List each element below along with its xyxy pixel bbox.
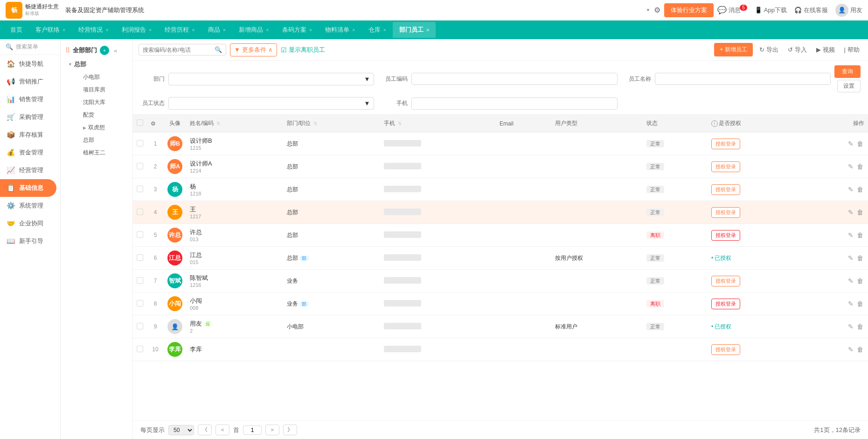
delete-btn[interactable]: 🗑 [857,140,863,147]
sidebar-item-finance[interactable]: 💰 资金管理 [0,144,60,161]
tab-history[interactable]: 经营历程× [158,22,201,38]
delete-btn[interactable]: 🗑 [857,163,863,170]
tab-warehouse[interactable]: 仓库× [362,22,393,38]
tab-new-goods[interactable]: 新增商品× [232,22,275,38]
more-filters-btn[interactable]: ▼ 更多条件 ∧ [230,43,277,56]
row-checkbox[interactable] [137,346,143,352]
sidebar-item-sales[interactable]: 📊 销售管理 [0,91,60,108]
emp-code-input[interactable] [411,73,617,85]
tab-bom[interactable]: 物料清单× [319,22,361,38]
set-button[interactable]: 设置 [837,80,861,92]
row-checkbox[interactable] [137,323,143,329]
tab-close-new-goods[interactable]: × [266,27,269,33]
phone-input[interactable] [411,98,617,110]
tab-close-profit[interactable]: × [149,27,152,33]
sys-title-dropdown[interactable]: ▼ [646,7,650,13]
sidebar-item-business[interactable]: 📈 经营管理 [0,161,60,179]
employee-name[interactable]: 设计师B [190,137,279,145]
row-checkbox[interactable] [137,277,143,284]
th-dept-position[interactable]: 部门/职位 ⇅ [283,115,380,132]
auth-login-btn[interactable]: 授权登录 [711,230,740,241]
dept-item-zhishu[interactable]: 植树王二 [74,146,132,159]
select-all-checkbox[interactable] [137,119,143,126]
auth-login-btn[interactable]: 授权登录 [711,299,740,309]
auth-login-btn[interactable]: 授权登录 [711,184,740,195]
emp-name-input[interactable] [655,73,831,85]
edit-btn[interactable]: ✎ [848,186,854,193]
page-number-input[interactable] [243,425,262,435]
first-page-btn[interactable]: 《 [198,425,212,435]
dept-collapse-btn[interactable]: « [114,47,117,54]
employee-name[interactable]: 王 [190,205,279,214]
auth-login-btn[interactable]: 授权登录 [711,139,740,149]
online-service-btn[interactable]: 🎧 在线客服 [794,6,828,14]
auth-login-btn[interactable]: 授权登录 [711,276,740,286]
add-emp-button[interactable]: + 新增员工 [714,43,752,56]
tab-close-bom[interactable]: × [352,27,355,33]
import-btn[interactable]: ↺ 导入 [785,44,810,56]
employee-name[interactable]: 小闯 [190,297,279,305]
edit-btn[interactable]: ✎ [848,254,854,262]
delete-btn[interactable]: 🗑 [857,346,863,353]
edit-btn[interactable]: ✎ [848,140,854,147]
dept-item-project[interactable]: 项目库房 [74,84,132,96]
user-btn[interactable]: 👤 用友 [835,4,862,17]
row-checkbox[interactable] [137,140,143,146]
tab-close-history[interactable]: × [192,27,194,33]
dept-item-distribution[interactable]: 配货 [74,109,132,121]
employee-name[interactable]: 杨 [190,182,279,191]
row-checkbox[interactable] [137,186,143,192]
delete-btn[interactable]: 🗑 [857,186,863,193]
tab-close-barcode[interactable]: × [309,27,312,33]
edit-btn[interactable]: ✎ [848,346,854,353]
row-checkbox[interactable] [137,163,143,169]
delete-btn[interactable]: 🗑 [857,209,863,216]
sidebar-item-cooperation[interactable]: 🤝 企业协同 [0,215,60,232]
row-checkbox[interactable] [137,209,143,215]
tab-home[interactable]: 首页 [4,22,29,38]
page-size-select[interactable]: 50 20 100 [168,425,194,435]
edit-btn[interactable]: ✎ [848,231,854,239]
trial-button[interactable]: 体验行业方案 [664,3,714,17]
employee-name[interactable]: 用友应 [190,320,279,328]
next-page-btn[interactable]: ＞ [265,425,279,435]
all-dept-label[interactable]: 全部部门 [73,46,97,55]
row-checkbox[interactable] [137,254,143,261]
sidebar-item-marketing[interactable]: 📢 营销推广 [0,73,60,91]
show-resigned-toggle[interactable]: ☑ 显示离职员工 [281,46,325,54]
prev-page-btn[interactable]: ＜ [215,425,229,435]
employee-name[interactable]: 江总 [190,251,279,259]
tab-close-employees[interactable]: × [426,27,429,33]
dept-item-small-elec[interactable]: 小电部 [74,71,132,84]
employee-name[interactable]: 设计师A [190,160,279,168]
dept-item-shenyang[interactable]: 沈阳大库 [74,96,132,109]
last-page-btn[interactable]: 》 [283,425,297,435]
dept-item-head2[interactable]: 总部 [74,134,132,146]
auth-login-btn[interactable]: 授权登录 [711,161,740,172]
employee-name[interactable]: 李库 [190,345,279,354]
delete-btn[interactable]: 🗑 [857,231,863,239]
export-btn[interactable]: ↻ 导出 [757,44,781,56]
tab-close-customer[interactable]: × [62,27,65,33]
search-submit-icon[interactable]: 🔍 [215,46,222,53]
tab-close-goods[interactable]: × [223,27,226,33]
row-checkbox[interactable] [137,231,143,238]
th-name-code[interactable]: 姓名/编码 ⇅ [186,115,283,132]
delete-btn[interactable]: 🗑 [857,254,863,262]
delete-btn[interactable]: 🗑 [857,277,863,285]
sidebar-item-purchase[interactable]: 🛒 采购管理 [0,108,60,126]
tab-profit[interactable]: 利润报告× [115,22,158,38]
sidebar-search[interactable]: 🔍 搜索菜单 [0,39,60,55]
query-button[interactable]: 查询 [834,65,861,78]
search-input[interactable] [143,47,213,53]
tab-employees[interactable]: 部门员工× [393,22,436,38]
delete-btn[interactable]: 🗑 [857,300,863,307]
th-phone[interactable]: 手机 ⇅ [380,115,496,132]
edit-btn[interactable]: ✎ [848,323,854,330]
sidebar-item-inventory[interactable]: 📦 库存核算 [0,126,60,144]
emp-status-select[interactable]: ▼ [168,97,374,110]
help-btn[interactable]: | 帮助 [841,44,862,56]
dept-filter-select[interactable]: ▼ [168,73,374,85]
auth-login-btn[interactable]: 授权登录 [711,344,740,355]
employee-name[interactable]: 许总 [190,228,279,237]
